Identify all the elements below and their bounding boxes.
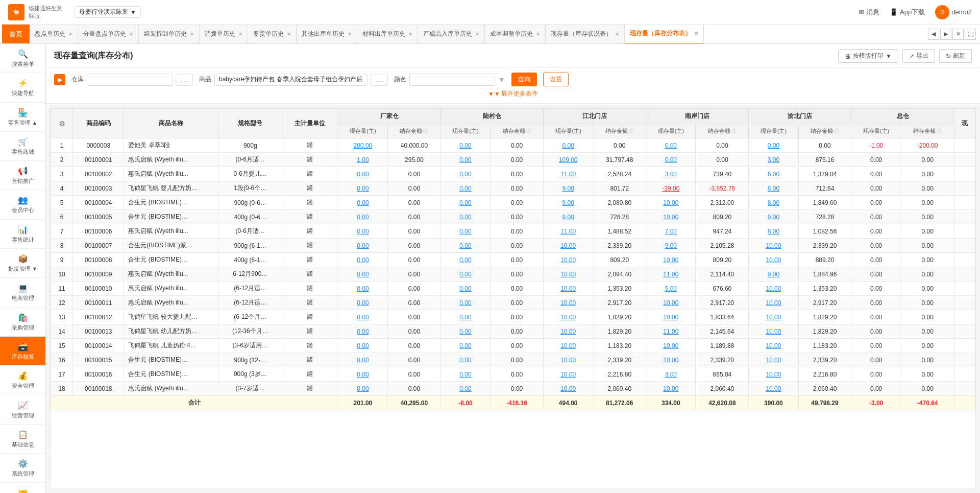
tab-expand-btn[interactable]: ⛶ [965, 29, 976, 40]
sidebar-item-marketing[interactable]: 📢 营销推广 [0, 161, 45, 190]
tab-要货单历史[interactable]: 要货单历史 ✕ [248, 25, 297, 44]
cell-extra-qty [954, 367, 975, 382]
cell-name: 合生元 (BIOSTIME)… [124, 196, 218, 210]
cell-na-qty: 0.00 [646, 153, 696, 167]
cell-factory-amt: 0.00 [388, 224, 441, 239]
print-btn[interactable]: 🖨 按模版打印 ▼ [838, 49, 898, 63]
product-input[interactable] [214, 74, 368, 86]
tab-分量盘点单历史[interactable]: 分量盘点单历史 ✕ [78, 25, 139, 44]
cell-code: 00100003 [73, 181, 124, 196]
cell-na-amt: 1,189.88 [696, 339, 749, 353]
settings-btn[interactable]: 设置 [543, 73, 569, 86]
tab-home[interactable]: 首页 [2, 25, 30, 44]
sidebar-item-retail-mgmt[interactable]: 🏪 零售管理 ▲ [0, 103, 45, 132]
tab-成本调整单历史[interactable]: 成本调整单历史 ✕ [485, 25, 546, 44]
cell-total-qty: 0.00 [851, 153, 901, 167]
refresh-btn[interactable]: ↻ 刷新 [939, 49, 972, 63]
tab-盘点单历史[interactable]: 盘点单历史 ✕ [30, 25, 78, 44]
cell-factory-amt: 0.00 [388, 382, 441, 396]
sidebar-item-operations[interactable]: 📈 经营管理 [0, 395, 45, 425]
table-row: 2 00100001 惠氏启赋 (Wyeth illu... (0-6月适… 罐… [51, 153, 975, 167]
total-label: 合计 [51, 396, 338, 410]
product-ellipsis-btn[interactable]: … [371, 74, 388, 86]
sidebar-item-inventory[interactable]: 🗃️ 库存核算 [0, 337, 45, 366]
cell-na-amt: 2,114.40 [696, 267, 749, 281]
message-btn[interactable]: ✉ 消息 [859, 8, 879, 17]
total-na-qty: 334.00 [646, 396, 696, 410]
tab-close-all-btn[interactable]: ✕ [952, 29, 964, 40]
cell-factory-amt: 0.00 [388, 181, 441, 196]
color-input[interactable] [409, 74, 495, 86]
tab-现存量库存状况表[interactable]: 现存量（库存状况表）✕ [546, 25, 625, 44]
industry-selector[interactable]: 母婴行业演示陈套 ▼ [75, 6, 141, 18]
cell-na-qty: 9.00 [646, 239, 696, 253]
warehouse-input[interactable] [87, 74, 173, 86]
cell-lucun-qty: 0.00 [440, 167, 490, 181]
table-row: 1 0000003 爱他美 卓萃3段 900g 罐 200.00 40,000.… [51, 138, 975, 153]
sidebar-item-basic-info[interactable]: 📋 基础信息 [0, 425, 45, 454]
th-no: ⚙ [51, 109, 73, 138]
cell-total-amt: 0.00 [901, 196, 954, 210]
cell-yb-qty: 10.00 [749, 353, 798, 367]
cell-na-qty: 10.00 [646, 196, 696, 210]
logo-icon: 畅 [8, 4, 24, 20]
sidebar-item-search[interactable]: 🔍 搜索英单 [0, 44, 45, 73]
sidebar-item-purchase[interactable]: 🛍️ 采购管理 [0, 308, 45, 337]
total-factory-qty: 201.00 [338, 396, 387, 410]
sidebar-item-finance[interactable]: 💰 资金管理 [0, 366, 45, 395]
total-lucun-amt: -416.16 [491, 396, 544, 410]
cell-code: 00100015 [73, 353, 124, 367]
app-download-btn[interactable]: 📱 App下载 [890, 8, 925, 17]
cell-yb-amt: 712.64 [798, 181, 851, 196]
sidebar-item-members[interactable]: 👥 会员中心 [0, 190, 45, 219]
tab-材料出库单历史[interactable]: 材料出库单历史 ✕ [357, 25, 418, 44]
cell-unit: 罐 [282, 310, 338, 324]
th-factory-amt: 结存金额ⓘ [388, 124, 441, 138]
cell-yb-qty: 10.00 [749, 296, 798, 310]
sidebar-item-system[interactable]: ⚙️ 系统管理 [0, 454, 45, 483]
tab-调拨单历史[interactable]: 调拨单历史 ✕ [200, 25, 248, 44]
tab-bar-inner: 盘点单历史 ✕ 分量盘点单历史 ✕ 组装拆卸单历史 ✕ 调拨单历史 ✕ 要货单历… [30, 25, 926, 44]
cell-name: 爱他美 卓萃3段 [124, 138, 218, 153]
cell-total-qty: 0.00 [851, 267, 901, 281]
query-btn[interactable]: 查询 [511, 73, 537, 86]
tab-next-btn[interactable]: ▶ [940, 29, 951, 40]
th-spec: 规格型号 [218, 109, 282, 138]
cell-lucun-qty: 0.00 [440, 181, 490, 196]
sidebar-item-corp-collab[interactable]: 🤝 企业协同 [0, 483, 45, 493]
cell-total-amt: 0.00 [901, 310, 954, 324]
warehouse-ellipsis-btn[interactable]: … [176, 74, 193, 86]
sidebar-item-retail-shop[interactable]: 🛒 零售商城 [0, 132, 45, 161]
expand-conditions-btn[interactable]: ▼▼ 展开更多条件 [488, 89, 538, 98]
tab-prev-btn[interactable]: ◀ [928, 29, 939, 40]
sidebar-item-wholesale[interactable]: 📦 批发管理 ▼ [0, 249, 45, 278]
settings-gear-icon[interactable]: ⚙ [59, 120, 65, 128]
export-btn[interactable]: ↗ 导出 [902, 49, 935, 63]
tab-现存量库存分布表[interactable]: 现存量（库存分布表）✕ [625, 25, 704, 44]
cell-na-amt: 2,060.40 [696, 382, 749, 396]
sidebar-item-ecommerce[interactable]: 💻 电商管理 [0, 278, 45, 307]
color-dropdown-btn[interactable]: ▼ [498, 76, 505, 84]
cell-lucun-amt: 0.00 [491, 224, 544, 239]
tab-产成品入库单历史[interactable]: 产成品入库单历史 ✕ [418, 25, 485, 44]
filter-toggle-btn[interactable]: ▶ [54, 74, 65, 85]
tab-其他出库单历史[interactable]: 其他出库单历史 ✕ [297, 25, 357, 44]
cell-name: 合生元(BIOSTIME)派… [124, 239, 218, 253]
th-na-qty: 现存量(主) [646, 124, 696, 138]
user-menu[interactable]: D demo2 [935, 5, 972, 19]
cell-unit: 罐 [282, 253, 338, 267]
cell-lucun-qty: 0.00 [440, 324, 490, 339]
cell-code: 00100002 [73, 167, 124, 181]
cell-name: 惠氏启赋 (Wyeth illu... [124, 296, 218, 310]
tab-组装拆卸单历史[interactable]: 组装拆卸单历史 ✕ [139, 25, 200, 44]
cell-jb-amt: 2,339.20 [593, 353, 646, 367]
cell-total-qty: -1.00 [851, 138, 901, 153]
cell-code: 00100010 [73, 281, 124, 296]
sidebar-item-retail-stats[interactable]: 📊 零售统计 [0, 220, 45, 249]
cell-jb-qty: 9.00 [544, 181, 593, 196]
th-jb-amt: 结存金额ⓘ [593, 124, 646, 138]
sidebar-item-nav[interactable]: ⚡ 快捷导航 [0, 73, 45, 102]
cell-jb-amt: 2,094.40 [593, 267, 646, 281]
total-yb-qty: 390.00 [749, 396, 798, 410]
cell-lucun-amt: 0.00 [491, 153, 544, 167]
